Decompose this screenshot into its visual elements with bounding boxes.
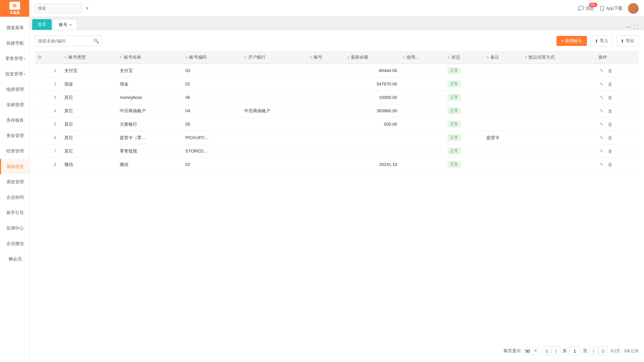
edit-button[interactable]: ✎: [598, 148, 605, 155]
col-account: ⇅ 账号: [307, 51, 344, 64]
edit-button[interactable]: ✎: [598, 134, 605, 141]
sidebar-item-vip[interactable]: 畅会员: [0, 251, 30, 267]
page-size-wrap: 每页显示 50 100: [503, 348, 540, 355]
row-account-cell: [307, 158, 344, 171]
row-usage-cell: [400, 131, 445, 144]
logo-icon: 鹊: [9, 2, 20, 10]
page-first-button[interactable]: ⟨⟨: [542, 347, 551, 355]
edit-button[interactable]: ✎: [598, 121, 605, 128]
delete-button[interactable]: 🗑: [606, 67, 614, 74]
delete-button[interactable]: 🗑: [606, 94, 614, 101]
row-name-cell: 中百商场账户: [117, 104, 182, 118]
sidebar-item-inventory[interactable]: 库存核算: [0, 113, 30, 128]
delete-button[interactable]: 🗑: [606, 161, 614, 168]
row-name-cell: 支付宝: [117, 64, 182, 77]
sidebar-item-operations[interactable]: 经营管理: [0, 143, 30, 159]
sort-icon: ⇅: [310, 56, 313, 59]
message-button[interactable]: 消息 99+: [578, 5, 594, 11]
sidebar-item-label: 电商管理: [6, 86, 24, 93]
export-label: 导出: [626, 38, 634, 44]
row-index-cell: 7: [48, 144, 62, 158]
tab-close-icon[interactable]: ×: [69, 23, 71, 27]
page-prev-button[interactable]: ⟨: [552, 347, 560, 355]
row-type-cell: 现金: [62, 77, 117, 91]
tab-home[interactable]: 首页: [32, 19, 52, 30]
row-code-cell: 01: [183, 77, 242, 91]
row-remark-cell: [484, 77, 522, 91]
sidebar-item-enterprise[interactable]: 企业协同: [0, 190, 30, 205]
avatar[interactable]: [628, 3, 639, 14]
row-bank-cell: [241, 77, 307, 91]
chevron-down-icon: ▾: [23, 72, 25, 76]
delete-button[interactable]: 🗑: [606, 108, 614, 114]
delete-button[interactable]: 🗑: [606, 148, 614, 155]
sidebar-item-app-center[interactable]: 应用中心: [0, 221, 30, 236]
page-next-button[interactable]: ⟩: [589, 347, 598, 355]
import-button[interactable]: ⬇ 导入: [590, 36, 613, 46]
row-status-cell: 正常: [445, 118, 484, 131]
row-gear-cell: [35, 144, 48, 158]
row-index-cell: 3: [48, 91, 62, 104]
sidebar-item-label: 基础信息: [6, 164, 24, 170]
page-nav: ⟨⟨ ⟨ 第 页 ⟩ ⟩⟩: [542, 347, 607, 355]
col-bank: ⇅ 开户银行: [241, 51, 307, 64]
row-balance-cell: [344, 131, 400, 144]
status-badge: 正常: [447, 80, 461, 87]
sidebar-item-guide[interactable]: 新手引导: [0, 205, 30, 221]
search-input[interactable]: [38, 39, 93, 44]
logo: 鹊 乐盘版: [0, 0, 30, 17]
delete-button[interactable]: 🗑: [606, 81, 614, 87]
sidebar-item-search[interactable]: 搜索菜单: [0, 20, 30, 36]
edit-button[interactable]: ✎: [598, 94, 605, 101]
sidebar-item-finance[interactable]: 资金管理: [0, 128, 30, 143]
row-name-cell: 大新银行: [117, 118, 182, 131]
sidebar-item-shortcuts[interactable]: 快捷导航: [0, 36, 30, 51]
sidebar-item-purchase[interactable]: 采购管理: [0, 97, 30, 113]
minimize-icon[interactable]: —: [626, 24, 631, 30]
sidebar-item-wechat-work[interactable]: 企业微信: [0, 236, 30, 251]
edit-button[interactable]: ✎: [598, 108, 605, 114]
status-badge: 正常: [447, 67, 461, 74]
table-row: 7 其它 零售抵现 STORED... 正常 ✎ 🗑: [35, 144, 639, 158]
export-button[interactable]: ⬆ 导出: [616, 36, 639, 46]
edit-button[interactable]: ✎: [598, 161, 605, 168]
sidebar-menu: 搜索菜单 快捷导航 零售管理 ▾ 批发管理 ▾ 电商管理 采购管理 库存核算 资…: [0, 17, 29, 362]
sidebar-item-label: 应用中心: [6, 225, 24, 231]
tab-account[interactable]: 账号 ×: [53, 19, 77, 30]
delete-button[interactable]: 🗑: [606, 121, 614, 128]
add-account-button[interactable]: + 新增账号: [556, 36, 587, 46]
search-button[interactable]: 🔍: [93, 38, 99, 44]
row-bank-cell: 中百商场账户: [241, 104, 307, 118]
row-action-cell: ✎ 🗑: [596, 77, 639, 91]
pagination: 每页显示 50 100 ⟨⟨ ⟨ 第 页 ⟩ ⟩⟩ 共1页，8条记录: [35, 343, 639, 357]
row-account-cell: [307, 91, 344, 104]
sidebar-item-label: 资金管理: [6, 133, 24, 139]
topbar-search-input[interactable]: [35, 4, 82, 13]
topbar-right: 消息 99+ App下载: [578, 3, 639, 14]
row-index-cell: 2: [48, 77, 62, 91]
status-badge: 正常: [447, 147, 461, 155]
sidebar-item-basic-info[interactable]: 基础信息: [0, 159, 30, 174]
topbar-dropdown[interactable]: ▾: [86, 5, 89, 11]
maximize-icon[interactable]: ⛶: [634, 24, 639, 29]
row-type-cell: 其它: [62, 104, 117, 118]
sidebar-item-system[interactable]: 系统管理: [0, 174, 30, 190]
row-type-cell: 其它: [62, 118, 117, 131]
delete-button[interactable]: 🗑: [606, 134, 614, 141]
table-row: 4 其它 中百商场账户 04 中百商场账户 383866.00 正常 ✎ 🗑: [35, 104, 639, 118]
edit-button[interactable]: ✎: [598, 67, 605, 74]
sidebar-item-ecommerce[interactable]: 电商管理: [0, 82, 30, 97]
page-input[interactable]: [569, 347, 581, 355]
gear-icon[interactable]: ⚙: [38, 54, 42, 60]
page-size-select[interactable]: 50 100: [522, 348, 540, 355]
row-account-cell: [307, 144, 344, 158]
sidebar-item-retail[interactable]: 零售管理 ▾: [0, 51, 30, 66]
sidebar-item-wholesale[interactable]: 批发管理 ▾: [0, 66, 30, 82]
row-usage-cell: [400, 158, 445, 171]
row-payment-cell: [522, 104, 596, 118]
row-balance-cell: 500.00: [344, 118, 400, 131]
edit-button[interactable]: ✎: [598, 81, 605, 87]
row-payment-cell: [522, 131, 596, 144]
page-last-button[interactable]: ⟩⟩: [599, 347, 607, 355]
app-download-button[interactable]: App下载: [599, 5, 623, 11]
